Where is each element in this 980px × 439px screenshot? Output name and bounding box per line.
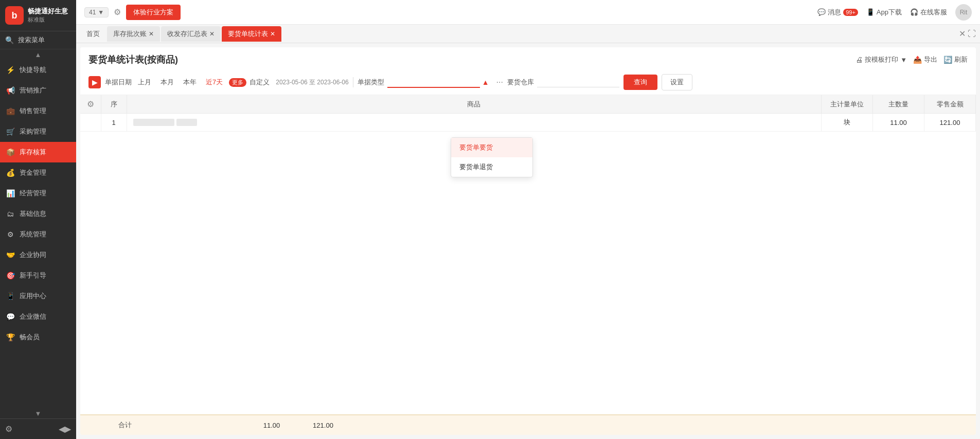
sidebar-item-app-center[interactable]: 📱 应用中心 (0, 286, 76, 306)
wechat-icon: 💬 (5, 312, 15, 322)
sidebar-item-membership[interactable]: 🏆 畅会员 (0, 327, 76, 347)
trial-button[interactable]: 体验行业方案 (126, 5, 181, 20)
refresh-btn[interactable]: 🔄 刷新 (943, 55, 968, 64)
sidebar-item-label: 营销推广 (20, 86, 46, 95)
td-product (127, 114, 822, 132)
operations-icon: 📊 (5, 188, 15, 198)
sidebar-item-marketing[interactable]: 📢 营销推广 (0, 80, 76, 101)
date-range-display: 2023-05-06 至 2023-06-06 (276, 78, 348, 87)
type-select-input[interactable] (387, 77, 480, 88)
tab-home[interactable]: 首页 (80, 27, 106, 41)
messages-action[interactable]: 💬 消息 99+ (817, 8, 858, 17)
footer-qty: 11.00 (246, 422, 297, 429)
chevron-down-icon: ▼ (900, 56, 907, 64)
search-menu-label: 搜索菜单 (18, 35, 45, 45)
th-settings[interactable]: ⚙ (80, 95, 101, 114)
sidebar-item-quick-nav[interactable]: ⚡ 快捷导航 (0, 60, 76, 80)
page-panel: 要货单统计表(按商品) 🖨 按模板打印 ▼ 📤 导出 🔄 刷新 (80, 47, 976, 435)
type-chevron-up-icon[interactable]: ▲ (482, 78, 489, 86)
sidebar-item-purchase[interactable]: 🛒 采购管理 (0, 121, 76, 142)
main-content: 41 ▼ ⚙ 体验行业方案 💬 消息 99+ 📱 App下载 🎧 在线客服 Ri… (76, 0, 980, 439)
service-icon: 🎧 (910, 8, 918, 16)
online-service-action[interactable]: 🎧 在线客服 (910, 8, 947, 17)
type-more-icon[interactable]: ··· (496, 78, 503, 87)
date-filter-group: 单据日期 上月 本月 本年 近7天 更多 自定义 (105, 77, 270, 88)
filter-bar: ▶ 单据日期 上月 本月 本年 近7天 更多 自定义 2023-05-06 至 … (80, 70, 976, 95)
date-btn-this-year[interactable]: 本年 (180, 77, 200, 88)
top-header: 41 ▼ ⚙ 体验行业方案 💬 消息 99+ 📱 App下载 🎧 在线客服 Ri… (76, 0, 980, 25)
date-btn-last-month[interactable]: 上月 (135, 77, 154, 88)
sidebar-item-guide[interactable]: 🎯 新手引导 (0, 265, 76, 286)
column-settings-icon[interactable]: ⚙ (87, 100, 94, 108)
tab-requisition-stats[interactable]: 要货单统计表 ✕ (222, 26, 281, 42)
sidebar-item-inventory[interactable]: 📦 库存核算 (0, 142, 76, 162)
tab-close-all-icon[interactable]: ✕ (959, 29, 966, 39)
inventory-icon: 📦 (5, 147, 15, 157)
version-badge[interactable]: 41 ▼ (84, 7, 109, 17)
sidebar-scroll-up[interactable]: ▲ (0, 49, 76, 60)
query-button[interactable]: 查询 (623, 75, 657, 90)
dropdown-item-requisition-return[interactable]: 要货单退货 (451, 157, 532, 177)
date-more-button[interactable]: 更多 (229, 78, 246, 87)
footer-label: 合计 (112, 420, 194, 430)
page-content: 要货单统计表(按商品) 🖨 按模板打印 ▼ 📤 导出 🔄 刷新 (76, 43, 980, 439)
page-title: 要货单统计表(按商品) (88, 53, 178, 66)
membership-icon: 🏆 (5, 332, 15, 342)
sidebar-item-sales[interactable]: 💼 销售管理 (0, 101, 76, 121)
app-download-label: App下载 (877, 8, 902, 17)
th-unit: 主计量单位 (822, 95, 873, 114)
sidebar-item-label: 资金管理 (20, 168, 46, 177)
print-template-btn[interactable]: 🖨 按模板打印 ▼ (856, 55, 907, 64)
date-custom-button[interactable]: 自定义 (250, 78, 270, 87)
sidebar-footer: ⚙ ◀▶ (0, 418, 76, 439)
sidebar-item-system[interactable]: ⚙ 系统管理 (0, 224, 76, 245)
sidebar-item-finance[interactable]: 💰 资金管理 (0, 162, 76, 183)
finance-icon: 💰 (5, 168, 15, 178)
td-unit: 块 (822, 114, 873, 132)
date-btn-recent-7[interactable]: 近7天 (203, 77, 226, 88)
online-service-label: 在线客服 (920, 8, 947, 17)
collapse-sidebar-icon[interactable]: ◀▶ (59, 424, 71, 434)
sidebar-nav: ⚡ 快捷导航 📢 营销推广 💼 销售管理 🛒 采购管理 📦 库存核算 💰 资金管… (0, 60, 76, 408)
tab-expand-icon[interactable]: ⛶ (968, 29, 976, 39)
sidebar-scroll-down[interactable]: ▼ (0, 408, 76, 418)
tab-close-icon[interactable]: ✕ (270, 30, 275, 38)
th-amount: 零售金额 (924, 95, 976, 114)
settings-footer-icon[interactable]: ⚙ (5, 424, 12, 434)
tab-receive-summary[interactable]: 收发存汇总表 ✕ (161, 26, 221, 42)
dropdown-item-requisition-order[interactable]: 要货单要货 (451, 138, 532, 157)
date-filter-label: 单据日期 (105, 78, 132, 87)
filter-expand-button[interactable]: ▶ (88, 76, 101, 88)
sidebar-item-basics[interactable]: 🗂 基础信息 (0, 204, 76, 224)
basics-icon: 🗂 (5, 209, 15, 219)
phone-icon: 📱 (866, 8, 875, 16)
sidebar-item-enterprise[interactable]: 🤝 企业协同 (0, 245, 76, 265)
user-name: Rit (960, 9, 968, 16)
sidebar-item-operations[interactable]: 📊 经营管理 (0, 183, 76, 204)
settings-button[interactable]: 设置 (662, 74, 692, 90)
sidebar-item-wechat[interactable]: 💬 企业微信 (0, 306, 76, 327)
tab-requisition-stats-label: 要货单统计表 (228, 29, 268, 39)
print-icon: 🖨 (856, 56, 863, 64)
date-btn-this-month[interactable]: 本月 (157, 77, 177, 88)
header-gear-icon[interactable]: ⚙ (114, 7, 121, 17)
sidebar-item-label: 新手引导 (20, 271, 46, 280)
th-qty: 主数量 (873, 95, 924, 114)
td-amount: 121.00 (924, 114, 976, 132)
sidebar-item-label: 销售管理 (20, 106, 46, 116)
refresh-icon: 🔄 (943, 56, 952, 64)
tab-close-icon[interactable]: ✕ (149, 30, 154, 38)
app-download-action[interactable]: 📱 App下载 (866, 8, 902, 17)
sidebar-item-label: 经营管理 (20, 189, 46, 198)
tab-receive-summary-label: 收发存汇总表 (167, 29, 207, 39)
page-panel-header: 要货单统计表(按商品) 🖨 按模板打印 ▼ 📤 导出 🔄 刷新 (80, 47, 976, 70)
tab-close-icon[interactable]: ✕ (209, 30, 215, 38)
td-settings (80, 114, 101, 132)
export-btn[interactable]: 📤 导出 (913, 55, 937, 64)
user-avatar[interactable]: Rit (955, 4, 972, 21)
warehouse-input[interactable] (537, 77, 619, 87)
product-placeholder-1 (133, 119, 174, 126)
tab-inventory-batch[interactable]: 库存批次账 ✕ (107, 26, 160, 42)
search-menu[interactable]: 🔍 搜索菜单 (0, 31, 76, 49)
messages-icon: 💬 (817, 8, 826, 16)
